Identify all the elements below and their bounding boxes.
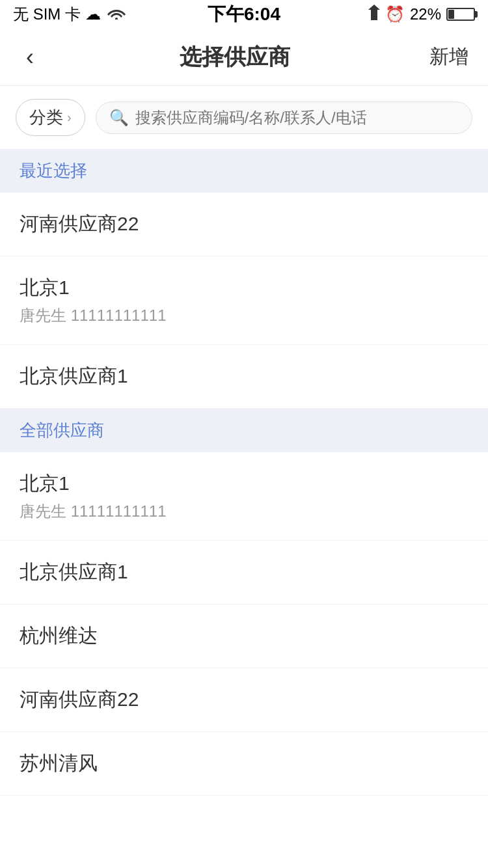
all-section-label: 全部供应商 (20, 420, 104, 440)
all-section-header: 全部供应商 (0, 409, 488, 452)
list-item[interactable]: 北京供应商1 (0, 345, 488, 409)
sim-status: 无 SIM 卡 ☁ (13, 4, 101, 25)
page-title: 选择供应商 (180, 42, 290, 72)
item-name: 河南供应商22 (20, 686, 468, 713)
add-button[interactable]: 新增 (429, 44, 468, 70)
category-label: 分类 (29, 106, 63, 129)
filter-bar: 分类 › 🔍 (0, 86, 488, 149)
back-button[interactable]: ‹ (20, 37, 40, 77)
item-name: 河南供应商22 (20, 211, 468, 237)
wifi-icon (107, 5, 126, 23)
list-item[interactable]: 苏州清风 (0, 732, 488, 796)
chevron-icon: › (67, 110, 72, 125)
location-icon (368, 5, 380, 24)
search-box[interactable]: 🔍 (96, 102, 472, 134)
category-filter-button[interactable]: 分类 › (16, 99, 85, 136)
status-bar: 无 SIM 卡 ☁ 下午6:04 ⏰ 22% (0, 0, 488, 29)
item-sub: 唐先生 11111111111 (20, 305, 468, 326)
status-right: ⏰ 22% (368, 5, 475, 24)
list-item[interactable]: 杭州维达 (0, 604, 488, 668)
list-item[interactable]: 河南供应商22 (0, 193, 488, 256)
time-display: 下午6:04 (208, 2, 280, 27)
list-item[interactable]: 河南供应商22 (0, 668, 488, 732)
item-name: 北京1 (20, 470, 468, 497)
svg-point-0 (115, 18, 118, 20)
item-name: 杭州维达 (20, 623, 468, 649)
item-name: 北京供应商1 (20, 363, 468, 390)
search-icon: 🔍 (109, 109, 129, 127)
battery-percent: 22% (410, 5, 441, 23)
item-sub: 唐先生 11111111111 (20, 501, 468, 522)
all-list: 北京1唐先生 11111111111北京供应商1杭州维达河南供应商22苏州清风 (0, 452, 488, 796)
battery-icon (446, 8, 475, 21)
recent-list: 河南供应商22北京1唐先生 11111111111北京供应商1 (0, 193, 488, 409)
status-left: 无 SIM 卡 ☁ (13, 4, 126, 25)
item-name: 苏州清风 (20, 750, 468, 777)
item-name: 北京供应商1 (20, 559, 468, 586)
list-item[interactable]: 北京1唐先生 11111111111 (0, 452, 488, 541)
recent-section-label: 最近选择 (20, 161, 87, 180)
search-input[interactable] (135, 109, 459, 127)
alarm-icon: ⏰ (385, 5, 405, 23)
item-name: 北京1 (20, 275, 468, 301)
nav-bar: ‹ 选择供应商 新增 (0, 29, 488, 86)
list-item[interactable]: 北京1唐先生 11111111111 (0, 256, 488, 345)
recent-section-header: 最近选择 (0, 149, 488, 193)
list-item[interactable]: 北京供应商1 (0, 541, 488, 604)
